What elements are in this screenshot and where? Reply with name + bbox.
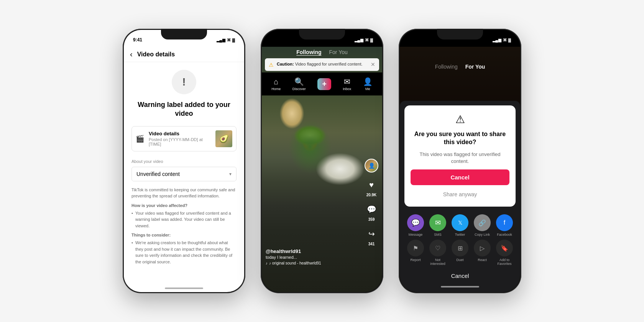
- add-favorites-label: Add to Favorites: [497, 258, 512, 266]
- add-favorites-icon: 🔖: [496, 240, 513, 256]
- video-card-date: Posted on [YYYY-MM-DD] at [TIME]: [149, 137, 211, 146]
- home-label: Home: [271, 87, 281, 91]
- like-count: 20.9K: [366, 193, 377, 197]
- caution-banner: ⚠ Caution: Video flagged for unverified …: [265, 58, 379, 71]
- profile-action: 👤: [365, 159, 378, 172]
- wifi-icon-2: ⌘: [365, 38, 369, 42]
- create-button[interactable]: +: [317, 78, 331, 90]
- profile-icon: 👤: [363, 77, 373, 86]
- share-copy-link[interactable]: 🔗 Copy Link: [474, 214, 491, 237]
- sms-label: SMS: [434, 233, 442, 237]
- share-sms[interactable]: ✉ SMS: [429, 214, 446, 237]
- battery-icon-1: ▓: [232, 38, 235, 42]
- video-card: 🎬 Video details Posted on [YYYY-MM-DD] a…: [131, 126, 237, 151]
- inbox-nav-item[interactable]: ✉ Inbox: [343, 77, 351, 91]
- comment-icon: 💬: [365, 202, 378, 216]
- feed-caption: today I learned...: [266, 255, 359, 260]
- react-label: React: [478, 258, 487, 262]
- phone3-foryou-tab[interactable]: For You: [465, 64, 485, 70]
- duet-action[interactable]: ⊞ Duet: [452, 240, 468, 266]
- share-bottom-cancel-button[interactable]: Cancel: [400, 269, 520, 283]
- search-icon: 🔍: [294, 77, 304, 86]
- share-twitter[interactable]: 𝕏 Twitter: [452, 214, 468, 237]
- share-count: 341: [368, 242, 375, 246]
- phone-2: ▂▄▆ ⌘ ▓ Following For You ⚠ Caution: Vid…: [261, 29, 383, 293]
- back-button-1[interactable]: ‹: [130, 50, 133, 59]
- video-card-title: Video details: [149, 131, 211, 136]
- react-icon: ▷: [474, 240, 491, 256]
- twitter-icon: 𝕏: [452, 214, 468, 231]
- battery-icon-3: ▓: [508, 38, 511, 42]
- react-action[interactable]: ▷ React: [474, 240, 491, 266]
- phone-notch-3: [437, 29, 483, 39]
- cancel-share-button[interactable]: Cancel: [411, 169, 509, 185]
- warning-icon: !: [172, 70, 196, 94]
- warning-title: Warning label added to your video: [131, 100, 237, 118]
- wifi-icon-3: ⌘: [503, 38, 507, 42]
- home-bar-3: [441, 286, 479, 288]
- about-label: About your video: [131, 159, 237, 164]
- feed-sound: ♪ ♪ original sound - healthwrld91: [266, 261, 359, 265]
- feed-right-actions: 👤 ♥ 20.9K 💬 359 ↪ 341: [365, 159, 378, 246]
- share-icons-row-2: ⚑ Report ♡ Not interested ⊞ Duet ▷ React: [400, 238, 520, 269]
- nav-title-1: Video details: [137, 51, 175, 58]
- caution-label: Caution:: [277, 62, 294, 66]
- me-nav-item[interactable]: 👤 Me: [363, 77, 373, 91]
- not-interested-action[interactable]: ♡ Not interested: [429, 240, 446, 266]
- phone3-content: Following For You ⚠ Are you sure you wan…: [400, 47, 520, 292]
- caution-text: Caution: Video flagged for unverified co…: [277, 61, 368, 67]
- share-dialog: ⚠ Are you sure you want to share this vi…: [404, 105, 516, 207]
- phone-3: ▂▄▆ ⌘ ▓ Following For You ⚠ Are you sure…: [399, 29, 521, 293]
- video-thumbnail: 🥑: [215, 130, 232, 147]
- report-label: Report: [410, 258, 421, 262]
- feed-content: Following For You ⚠ Caution: Video flagg…: [262, 47, 382, 292]
- description-text: TikTok is committed to keeping our commu…: [131, 187, 237, 199]
- plus-icon: +: [322, 80, 327, 89]
- creator-avatar[interactable]: 👤: [365, 159, 378, 172]
- home-icon: ⌂: [274, 77, 278, 86]
- music-icon: ♪: [266, 261, 268, 265]
- phone-notch-1: [161, 29, 207, 39]
- sound-text: ♪ original sound - healthwrld91: [269, 261, 321, 265]
- share-anyway-button[interactable]: Share anyway: [443, 190, 477, 199]
- heart-icon: ♥: [365, 178, 378, 192]
- twitter-label: Twitter: [455, 233, 465, 237]
- message-icon: 💬: [407, 214, 424, 231]
- battery-icon-2: ▓: [370, 38, 373, 42]
- caution-close-icon[interactable]: ✕: [371, 61, 375, 67]
- status-time-1: 9:41: [133, 37, 142, 43]
- signal-icon-2: ▂▄▆: [355, 38, 363, 42]
- chevron-down-icon: ▾: [229, 171, 232, 177]
- me-label: Me: [365, 87, 370, 91]
- like-action[interactable]: ♥ 20.9K: [365, 178, 378, 197]
- feed-following-tab[interactable]: Following: [296, 49, 321, 55]
- copy-link-label: Copy Link: [475, 233, 490, 237]
- bullet-item-2: We're asking creators to be thoughtful a…: [131, 240, 237, 265]
- share-facebook[interactable]: f Facebook: [496, 214, 513, 237]
- facebook-label: Facebook: [497, 233, 512, 237]
- discover-label: Discover: [292, 87, 306, 91]
- report-action[interactable]: ⚑ Report: [407, 240, 424, 266]
- feed-foryou-tab[interactable]: For You: [329, 49, 348, 55]
- things-label: Things to consider:: [131, 233, 237, 237]
- discover-nav-item[interactable]: 🔍 Discover: [292, 77, 306, 91]
- add-favorites-action[interactable]: 🔖 Add to Favorites: [496, 240, 513, 266]
- status-icons-2: ▂▄▆ ⌘ ▓: [355, 38, 373, 42]
- report-icon: ⚑: [407, 240, 424, 256]
- dialog-title: Are you sure you want to share this vide…: [411, 130, 509, 146]
- video-card-info: Video details Posted on [YYYY-MM-DD] at …: [149, 131, 211, 146]
- video-details-content: ! Warning label added to your video 🎬 Vi…: [124, 62, 244, 284]
- share-action[interactable]: ↪ 341: [365, 227, 378, 246]
- dialog-warning-icon: ⚠: [455, 113, 465, 126]
- share-message[interactable]: 💬 Message: [407, 214, 424, 237]
- bullet-item-1: Your video was flagged for unverified co…: [131, 210, 237, 229]
- wifi-icon-1: ⌘: [227, 38, 231, 42]
- home-bar-1: [165, 288, 203, 289]
- home-nav-item[interactable]: ⌂ Home: [271, 77, 281, 91]
- comment-action[interactable]: 💬 359: [365, 202, 378, 222]
- copy-link-icon: 🔗: [474, 214, 491, 231]
- phone3-following-tab[interactable]: Following: [435, 64, 458, 70]
- unverified-content-dropdown[interactable]: Unverified content ▾: [131, 167, 237, 181]
- phone-1: 9:41 ▂▄▆ ⌘ ▓ ‹ Video details ! Warning l…: [123, 29, 245, 293]
- caution-description: Video flagged for unverified content.: [294, 62, 363, 66]
